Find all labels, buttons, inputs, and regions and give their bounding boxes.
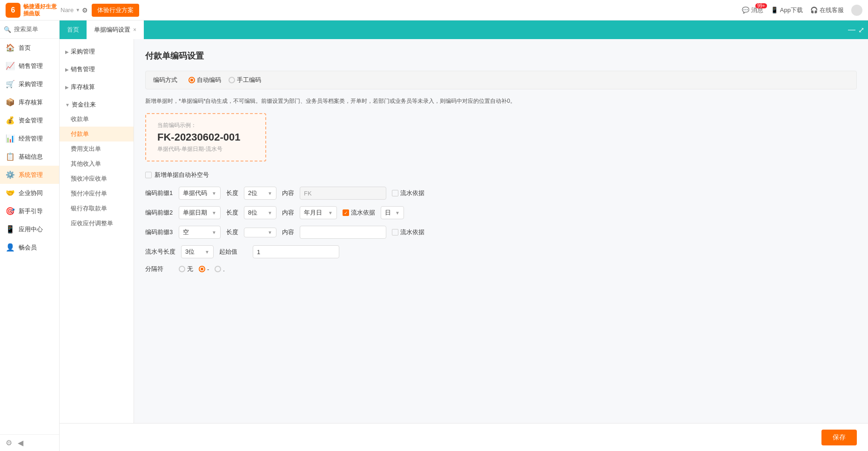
sidebar-item-base[interactable]: 📋 基础信息: [0, 148, 59, 166]
serial-start-label: 起始值: [219, 248, 247, 256]
sub-leaf-prepay-receivable[interactable]: 预收冲应收单: [60, 171, 134, 186]
serial-length-label: 流水号长度: [145, 248, 175, 256]
main-content: 付款单编码设置 编码方式 自动编码 手工编码 新增单据时，*单据编码*自动生成，…: [134, 39, 868, 423]
message-button[interactable]: 💬 消息 99+: [742, 6, 763, 14]
prefix3-waterfall-checkbox-row: 流水依据: [392, 228, 424, 236]
prefix3-select[interactable]: 空 ▼: [179, 226, 221, 239]
prefix1-length-chevron-icon: ▼: [268, 191, 272, 196]
sidebar-item-app-center[interactable]: 📱 应用中心: [0, 220, 59, 238]
sub-group-inventory-title[interactable]: ▶ 库存核算: [60, 80, 134, 94]
tab-close-icon[interactable]: ×: [133, 27, 136, 33]
download-icon: 📱: [771, 7, 778, 13]
prefix1-content-input[interactable]: [300, 187, 386, 200]
preview-box: 当前编码示例： FK-20230602-001 单据代码-单据日期-流水号: [145, 113, 266, 162]
sub-leaf-bank[interactable]: 银行存取款单: [60, 201, 134, 216]
sidebar-item-inventory[interactable]: 📦 库存核算: [0, 93, 59, 111]
sidebar-item-finance[interactable]: 💰 资金管理: [0, 111, 59, 129]
sales-icon: 📈: [6, 61, 15, 70]
radio-manual[interactable]: 手工编码: [229, 76, 261, 84]
prefix3-length-label: 长度: [226, 228, 238, 236]
serial-length-select[interactable]: 3位 ▼: [181, 245, 214, 258]
sidebar-settings-icon[interactable]: ⚙: [6, 438, 12, 447]
trial-button[interactable]: 体验行业方案: [92, 4, 139, 17]
tab-home[interactable]: 首页: [60, 20, 87, 39]
sidebar-bottom: ⚙ ◀: [0, 434, 59, 451]
service-button[interactable]: 🎧 在线客服: [810, 6, 844, 14]
gear-icon[interactable]: ⚙: [82, 7, 88, 14]
tabs-bar: 首页 单据编码设置 × — ⤢: [60, 20, 868, 39]
serial-row: 流水号长度 3位 ▼ 起始值: [145, 245, 857, 258]
topbar: 6 畅捷通好生意 插曲版 Nare ▼ ⚙ 体验行业方案 💬 消息 99+ 📱 …: [0, 0, 868, 20]
prefix2-select[interactable]: 单据日期 ▼: [179, 206, 221, 219]
sidebar-item-purchase[interactable]: 🛒 采购管理: [0, 75, 59, 93]
sidebar-item-enterprise[interactable]: 🤝 企业协同: [0, 184, 59, 202]
sidebar-item-guide[interactable]: 🎯 新手引导: [0, 202, 59, 220]
prefix1-select[interactable]: 单据代码 ▼: [179, 187, 221, 200]
sub-leaf-expense[interactable]: 费用支出单: [60, 141, 134, 156]
separator-dot[interactable]: .: [215, 266, 225, 273]
tab-maximize-icon[interactable]: ⤢: [858, 26, 864, 34]
system-icon: ⚙️: [6, 170, 15, 179]
prefix3-content-input[interactable]: [300, 226, 386, 239]
download-button[interactable]: 📱 App下载: [771, 6, 803, 14]
sidebar-item-sales[interactable]: 📈 销售管理: [0, 57, 59, 75]
operations-icon: 📊: [6, 134, 15, 143]
sidebar-search[interactable]: 🔍 搜索菜单: [0, 20, 59, 39]
prefix2-length-select[interactable]: 8位 ▼: [244, 206, 276, 219]
prefix1-content-label: 内容: [282, 189, 294, 197]
breadcrumb: Nare: [61, 7, 74, 13]
separator-label: 分隔符: [145, 265, 173, 273]
home-icon: 🏠: [6, 43, 15, 52]
sidebar-item-operations[interactable]: 📊 经营管理: [0, 129, 59, 148]
prefix2-waterfall-checkbox[interactable]: ✓: [343, 209, 349, 216]
prefix1-waterfall-checkbox[interactable]: [392, 190, 398, 196]
auto-fill-checkbox[interactable]: [145, 172, 152, 178]
chevron-down-icon[interactable]: ▼: [75, 7, 80, 13]
sub-leaf-payment[interactable]: 付款单: [60, 127, 134, 141]
prefix2-label: 编码前缀2: [145, 209, 173, 217]
sub-leaf-other-income[interactable]: 其他收入单: [60, 156, 134, 171]
sub-group-capital-title[interactable]: ▼ 资金往来: [60, 98, 134, 112]
separator-none-dot: [179, 266, 185, 272]
prefix3-waterfall-label: 流水依据: [400, 228, 424, 236]
separator-dash[interactable]: -: [199, 266, 209, 273]
prefix2-day-select[interactable]: 日 ▼: [381, 206, 404, 219]
radio-manual-dot: [229, 77, 235, 83]
headset-icon: 🎧: [810, 7, 818, 13]
topbar-right: 💬 消息 99+ 📱 App下载 🎧 在线客服: [742, 5, 862, 16]
serial-start-input[interactable]: [253, 245, 339, 258]
sub-leaf-prepay-payable[interactable]: 预付冲应付单: [60, 186, 134, 201]
prefix3-waterfall-checkbox[interactable]: [392, 229, 398, 236]
sub-leaf-receipt[interactable]: 收款单: [60, 112, 134, 127]
sidebar-item-member[interactable]: 👤 畅会员: [0, 238, 59, 256]
user-avatar[interactable]: [851, 5, 862, 16]
sub-group-purchase-title[interactable]: ▶ 采购管理: [60, 45, 134, 59]
auto-fill-row: 新增单据自动补空号: [145, 171, 857, 179]
finance-icon: 💰: [6, 116, 15, 125]
save-button[interactable]: 保存: [821, 430, 857, 445]
separator-none[interactable]: 无: [179, 265, 193, 273]
encoding-type-label: 编码方式: [153, 76, 177, 84]
sidebar-item-home[interactable]: 🏠 首页: [0, 39, 59, 57]
radio-auto[interactable]: 自动编码: [188, 76, 221, 84]
sub-leaf-adjust[interactable]: 应收应付调整单: [60, 216, 134, 231]
right-panel: 首页 单据编码设置 × — ⤢ ▶ 采购管理: [60, 20, 868, 451]
prefix2-content-select[interactable]: 年月日 ▼: [300, 206, 337, 219]
prefix1-length-select[interactable]: 2位 ▼: [244, 187, 276, 200]
tab-settings[interactable]: 单据编码设置 ×: [87, 20, 144, 39]
sidebar-collapse-icon[interactable]: ◀: [18, 438, 23, 447]
app-center-icon: 📱: [6, 225, 15, 234]
tab-minimize-icon[interactable]: —: [848, 26, 855, 34]
separator-row: 分隔符 无 - .: [145, 265, 857, 273]
prefix1-chevron-icon: ▼: [212, 191, 216, 196]
encoding-type-row: 编码方式 自动编码 手工编码: [145, 71, 857, 89]
prefix2-waterfall-checkbox-row: ✓ 流水依据: [343, 209, 375, 217]
prefix3-length-select[interactable]: ▼: [244, 228, 276, 237]
prefix2-waterfall-label: 流水依据: [351, 209, 375, 217]
sidebar-item-system[interactable]: ⚙️ 系统管理: [0, 166, 59, 184]
prefix1-row: 编码前缀1 单据代码 ▼ 长度 2位 ▼ 内容 流水依据: [145, 187, 857, 200]
logo-text: 畅捷通好生意 插曲版: [23, 3, 57, 17]
purchase-icon: 🛒: [6, 80, 15, 88]
guide-icon: 🎯: [6, 207, 15, 215]
sub-group-sales-title[interactable]: ▶ 销售管理: [60, 62, 134, 76]
